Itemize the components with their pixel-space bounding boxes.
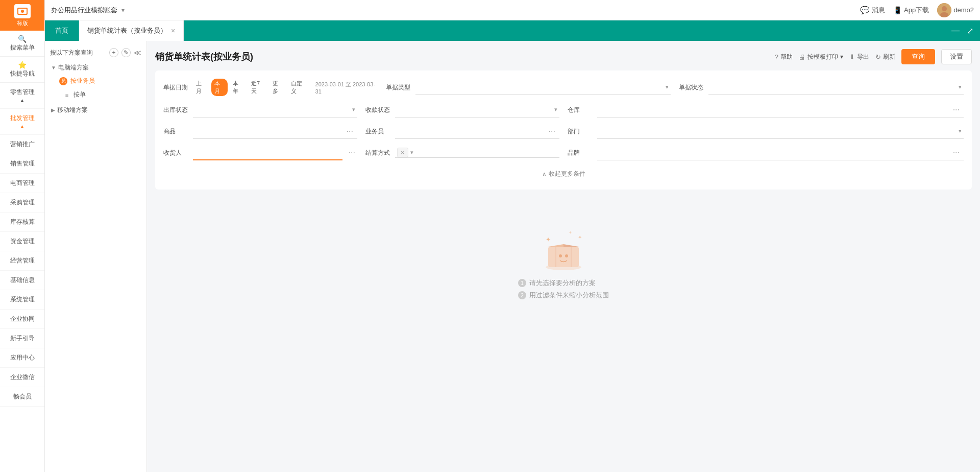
- department-select[interactable]: ▾: [597, 124, 964, 139]
- add-icon: +: [112, 49, 115, 56]
- topbar-left: 办公用品行业模拟账套 ▾: [51, 6, 125, 15]
- sidebar-logo: 标版: [0, 0, 45, 31]
- sidebar-item-sales[interactable]: 销售管理: [0, 154, 44, 174]
- refresh-button[interactable]: ↻ 刷新: [875, 53, 895, 61]
- export-button[interactable]: ⬇ 导出: [849, 53, 869, 61]
- date-tab-more[interactable]: 更多: [270, 79, 286, 96]
- receipt-status-label: 收款状态: [365, 106, 391, 114]
- edit-icon: ✎: [124, 49, 129, 56]
- sidebar-item-system[interactable]: 系统管理: [0, 290, 44, 310]
- empty-illustration: ✦ ✦ ✦: [538, 226, 589, 272]
- mobile-group-header[interactable]: ▶ 移动端方案: [45, 104, 146, 116]
- sidebar-item-member[interactable]: 畅会员: [0, 387, 44, 407]
- query-button[interactable]: 查询: [901, 49, 935, 64]
- settlement-field: 结算方式 × ▾: [365, 148, 559, 158]
- sidebar-item-wholesale[interactable]: 批发管理 ▲: [0, 109, 44, 135]
- tab-sales-stats[interactable]: 销货单统计表（按业务员） ×: [79, 20, 184, 41]
- settlement-tag-close[interactable]: ×: [401, 149, 405, 156]
- help-button[interactable]: ? 帮助: [775, 53, 793, 61]
- sidebar-item-inventory[interactable]: 库存核算: [0, 213, 44, 232]
- add-scheme-button[interactable]: +: [109, 48, 118, 57]
- page-title-bar: 销货单统计表(按业务员) ? 帮助 🖨 按模板打印 ▾ ⬇ 导出: [155, 49, 972, 64]
- date-tab-this-year[interactable]: 本年: [230, 79, 246, 96]
- date-tab-custom[interactable]: 自定义: [288, 79, 309, 96]
- help-icon: ?: [775, 53, 778, 61]
- sidebar-item-app-center[interactable]: 应用中心: [0, 348, 44, 368]
- brand-select[interactable]: ···: [597, 145, 964, 160]
- scheme-item-order[interactable]: ≡ 按单: [49, 88, 142, 102]
- sidebar: 标版 🔍 搜索菜单 ⭐ 快捷导航 零售管理 ▲ 批发管理 ▲ 营销推广 销售管理…: [0, 0, 45, 472]
- collapse-panel-button[interactable]: ≪: [134, 49, 141, 57]
- main-area: 办公用品行业模拟账套 ▾ 💬 消息 📱 App下载 de: [45, 0, 980, 472]
- order-status-label: 单据状态: [679, 83, 704, 92]
- collapse-more-button[interactable]: ∧ 收起更多条件: [163, 167, 964, 181]
- salesman-select[interactable]: ···: [395, 124, 559, 139]
- sidebar-item-wechat[interactable]: 企业微信: [0, 368, 44, 387]
- retail-arrow-icon: ▲: [20, 98, 25, 103]
- tab-home[interactable]: 首页: [45, 20, 79, 41]
- sidebar-item-enterprise[interactable]: 企业协同: [0, 310, 44, 329]
- right-content: 销货单统计表(按业务员) ? 帮助 🖨 按模板打印 ▾ ⬇ 导出: [147, 41, 980, 472]
- tab-maximize-button[interactable]: ⤢: [964, 25, 976, 37]
- user-menu[interactable]: demo2: [937, 3, 974, 17]
- filter-row-2: 出库状态 ▾ 收款状态 ▾ 仓库: [163, 102, 964, 117]
- scheme-order-label: 按单: [74, 90, 86, 99]
- print-button[interactable]: 🖨 按模板打印 ▾: [799, 53, 843, 61]
- svg-text:✦: ✦: [546, 236, 551, 243]
- sidebar-item-newbie[interactable]: 新手引导: [0, 329, 44, 348]
- order-status-select[interactable]: ▾: [708, 80, 964, 95]
- sidebar-item-search[interactable]: 🔍 搜索菜单: [0, 31, 44, 57]
- department-label: 部门: [568, 127, 593, 136]
- date-tab-last-month[interactable]: 上月: [193, 79, 209, 96]
- tab-minimize-button[interactable]: —: [949, 25, 962, 37]
- message-button[interactable]: 💬 消息: [860, 6, 885, 15]
- order-type-chevron-icon: ▾: [666, 84, 669, 90]
- out-status-label: 出库状态: [163, 106, 189, 114]
- sidebar-item-shortcut[interactable]: ⭐ 快捷导航: [0, 57, 44, 83]
- edit-scheme-button[interactable]: ✎: [121, 48, 131, 57]
- receipt-status-chevron-icon: ▾: [554, 106, 557, 113]
- shortcut-label: 快捷导航: [10, 70, 35, 77]
- tab-close-icon[interactable]: ×: [171, 27, 175, 34]
- sidebar-item-ecommerce[interactable]: 电商管理: [0, 174, 44, 193]
- sidebar-item-basic-info[interactable]: 基础信息: [0, 271, 44, 290]
- goods-select[interactable]: ···: [193, 124, 357, 139]
- recipient-dots-icon: ···: [347, 148, 357, 157]
- desktop-group-header[interactable]: ▼ 电脑端方案: [49, 61, 142, 74]
- sidebar-item-operations[interactable]: 经营管理: [0, 251, 44, 271]
- date-tabs: 上月 本月 本年 近7天 更多 自定义: [193, 79, 309, 96]
- svg-text:✦: ✦: [569, 230, 572, 235]
- salesman-dots-icon: ···: [547, 127, 557, 136]
- out-status-select[interactable]: ▾: [193, 102, 357, 117]
- topbar: 办公用品行业模拟账套 ▾ 💬 消息 📱 App下载 de: [45, 0, 980, 20]
- date-label: 单据日期: [163, 83, 189, 92]
- empty-tip-2: 2 用过滤条件来缩小分析范围: [518, 291, 609, 300]
- settings-button[interactable]: 设置: [941, 49, 972, 64]
- date-tab-7days[interactable]: 近7天: [248, 79, 267, 96]
- svg-point-13: [559, 254, 562, 257]
- svg-point-4: [942, 6, 947, 11]
- workspace-dropdown-icon[interactable]: ▾: [121, 7, 125, 14]
- scheme-item-salesman[interactable]: 员 按业务员: [49, 74, 142, 88]
- page-title: 销货单统计表(按业务员): [155, 51, 253, 63]
- message-icon: 💬: [860, 6, 870, 15]
- scheme-salesman-label: 按业务员: [70, 77, 95, 85]
- left-panel-header: 按以下方案查询 + ✎ ≪: [45, 46, 146, 61]
- refresh-label: 刷新: [883, 53, 895, 61]
- app-download-button[interactable]: 📱 App下载: [893, 6, 929, 15]
- sidebar-item-finance[interactable]: 资金管理: [0, 232, 44, 251]
- help-label: 帮助: [780, 53, 793, 61]
- settlement-label: 结算方式: [365, 149, 391, 157]
- collapse-icon: ≪: [134, 49, 141, 57]
- warehouse-select[interactable]: ···: [597, 102, 964, 117]
- sidebar-item-purchase[interactable]: 采购管理: [0, 193, 44, 213]
- receipt-status-select[interactable]: ▾: [395, 102, 559, 117]
- recipient-input[interactable]: [193, 145, 342, 160]
- sidebar-item-retail[interactable]: 零售管理 ▲: [0, 83, 44, 109]
- date-tab-this-month[interactable]: 本月: [211, 79, 228, 96]
- print-icon: 🖨: [799, 53, 805, 61]
- svg-point-2: [21, 10, 24, 13]
- sidebar-item-marketing[interactable]: 营销推广: [0, 135, 44, 154]
- order-type-select[interactable]: ▾: [415, 80, 671, 95]
- scheme-salesman-icon: 员: [59, 77, 67, 85]
